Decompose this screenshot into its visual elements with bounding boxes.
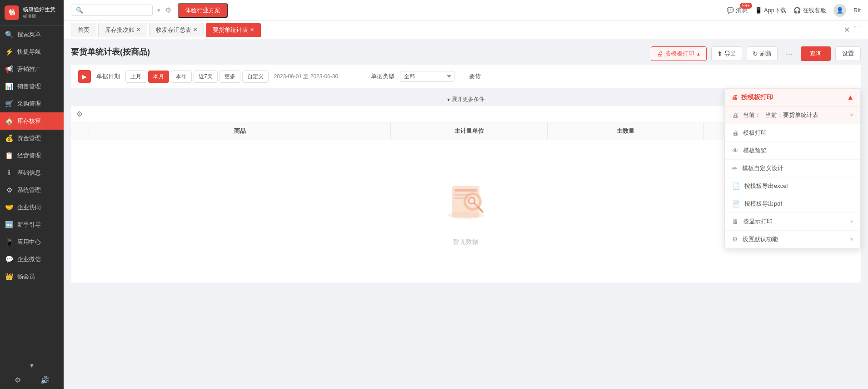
more-options-btn[interactable]: ··· <box>782 47 796 61</box>
tab-home[interactable]: 首页 <box>71 23 96 37</box>
date-btn-本月[interactable]: 本月 <box>148 71 169 83</box>
settings-icon[interactable]: ⚙ <box>15 376 21 384</box>
nav-label-shortcut: 快捷导航 <box>17 48 41 56</box>
empty-illustration <box>439 177 493 231</box>
search-input[interactable] <box>86 7 140 14</box>
tab-batch-account[interactable]: 库存批次账 ✕ <box>98 23 147 37</box>
item-icon-template-print: 🖨 <box>732 129 738 136</box>
trial-btn[interactable]: 体验行业方案 <box>178 3 228 18</box>
sidebar-nav: 🔍 搜索菜单⚡ 快捷导航📢 营销推广📊 销售管理🛒 采购管理🏠 库存核算💰 资金… <box>0 26 64 360</box>
date-options-group: 上月本月本年近7天更多自定义 <box>125 71 269 83</box>
sidebar-item-search[interactable]: 🔍 搜索菜单 <box>0 26 64 43</box>
print-dropdown-close-btn[interactable]: ▲ <box>847 93 854 101</box>
tab-expand-icon[interactable]: ⛶ <box>853 25 861 34</box>
phone-icon: 📱 <box>755 7 762 14</box>
tab-close-collection-summary[interactable]: ✕ <box>193 27 197 33</box>
sidebar-item-system[interactable]: ⚙ 系统管理 <box>0 182 64 199</box>
username: Rit <box>853 7 861 14</box>
tab-close-icon[interactable]: ✕ <box>844 25 850 34</box>
dropdown-item-template-export-pdf[interactable]: 📄 按模板导出pdf <box>725 195 860 213</box>
type-select[interactable]: 全部 <box>400 71 454 82</box>
sidebar-item-basic[interactable]: ℹ 基础信息 <box>0 164 64 182</box>
sidebar-item-newguide[interactable]: 🆕 新手引导 <box>0 216 64 233</box>
online-service-group[interactable]: 🎧 在线客服 <box>793 6 826 15</box>
current-template-item[interactable]: 🖨 当前： 当前：要货单统计表 ▾ <box>725 106 860 124</box>
avatar[interactable]: 👤 <box>833 4 846 17</box>
nav-icon-shortcut: ⚡ <box>5 48 14 56</box>
date-btn-上月[interactable]: 上月 <box>125 71 146 83</box>
nav-icon-purchase: 🛒 <box>5 100 14 108</box>
nav-label-wechat: 企业微信 <box>17 255 41 263</box>
filter-expand-btn[interactable]: ▶ <box>78 70 91 83</box>
print-dropdown-header: 🖨 按模板打印 ▲ <box>725 89 860 106</box>
main-area: 🔍 ▾ ⚙ 体验行业方案 💬 消息 99+ 📱 App下载 🎧 在线客服 👤 R… <box>64 0 868 389</box>
item-label-template-custom: 模板自定义设计 <box>742 164 783 172</box>
dropdown-item-display-print[interactable]: 🖥 按显示打印 ▾ <box>725 213 860 231</box>
online-service-label: 在线客服 <box>803 6 826 15</box>
topbar-dropdown-arrow[interactable]: ▾ <box>157 7 160 14</box>
nav-icon-search: 🔍 <box>5 30 14 39</box>
item-label-template-print: 模板打印 <box>743 129 767 137</box>
topbar-search-box[interactable]: 🔍 <box>71 5 153 16</box>
nav-label-newguide: 新手引导 <box>17 221 41 229</box>
nav-icon-newguide: 🆕 <box>5 221 14 229</box>
nav-icon-system: ⚙ <box>5 186 14 194</box>
date-btn-本年[interactable]: 本年 <box>171 71 192 83</box>
nav-icon-inventory: 🏠 <box>5 117 14 125</box>
filter-bar: ▶ 单据日期 上月本月本年近7天更多自定义 2023-06-01 至 2023-… <box>71 65 861 88</box>
tabs-right-controls: ✕ ⛶ <box>844 25 861 34</box>
export-btn[interactable]: ⬆ 导出 <box>711 46 742 61</box>
sidebar-item-purchase[interactable]: 🛒 采购管理 <box>0 95 64 112</box>
sidebar-item-operation[interactable]: 📋 经营管理 <box>0 147 64 164</box>
topbar-right: 💬 消息 99+ 📱 App下载 🎧 在线客服 👤 Rit <box>727 4 861 17</box>
date-btn-custom[interactable]: 自定义 <box>242 71 269 83</box>
sidebar-item-marketing[interactable]: 📢 营销推广 <box>0 61 64 78</box>
dropdown-item-template-preview[interactable]: 👁 模板预览 <box>725 142 860 160</box>
query-btn[interactable]: 查询 <box>801 46 831 61</box>
date-range-display: 2023-06-01 至 2023-06-30 <box>274 73 338 81</box>
app-download-group[interactable]: 📱 App下载 <box>755 6 786 15</box>
sound-icon[interactable]: 🔊 <box>40 376 50 384</box>
sidebar-item-appcenter[interactable]: 📱 应用中心 <box>0 233 64 251</box>
type-filter-label: 单据类型 <box>371 72 394 81</box>
tab-collection-summary[interactable]: 收发存汇总表 ✕ <box>149 23 204 37</box>
dropdown-item-template-print[interactable]: 🖨 模板打印 <box>725 124 860 142</box>
column-settings-icon[interactable]: ⚙ <box>76 110 83 118</box>
sidebar-item-enterprise[interactable]: 🤝 企业协同 <box>0 199 64 216</box>
sidebar-scroll-down[interactable]: ▼ <box>0 360 64 371</box>
setting-btn[interactable]: 设置 <box>835 46 861 61</box>
item-icon-template-export-pdf: 📄 <box>732 200 740 207</box>
dropdown-item-template-custom[interactable]: ✏ 模板自定义设计 <box>725 160 860 177</box>
export-icon: ⬆ <box>717 50 723 57</box>
item-icon-template-preview: 👁 <box>732 147 738 154</box>
item-arrow-display-print: ▾ <box>850 218 853 225</box>
print-dropdown: 🖨 按模板打印 ▲ 🖨 当前： 当前：要货单统计表 ▾ 🖨 模板打印👁 模板预览… <box>724 88 861 249</box>
messages-group[interactable]: 💬 消息 99+ <box>727 6 748 15</box>
sidebar-item-member[interactable]: 👑 畅会员 <box>0 268 64 285</box>
sidebar-item-inventory[interactable]: 🏠 库存核算 <box>0 112 64 130</box>
item-icon-default-function: ⚙ <box>732 236 738 243</box>
tab-close-batch-account[interactable]: ✕ <box>136 27 140 33</box>
logo-icon: 畅 <box>5 5 19 20</box>
date-btn-近7天[interactable]: 近7天 <box>194 71 218 83</box>
nav-label-member: 畅会员 <box>17 273 35 281</box>
refresh-btn[interactable]: ↻ 刷新 <box>747 46 778 61</box>
sidebar-item-shortcut[interactable]: ⚡ 快捷导航 <box>0 43 64 61</box>
nav-icon-basic: ℹ <box>5 169 14 177</box>
dropdown-item-template-export-excel[interactable]: 📄 按模板导出excel <box>725 177 860 195</box>
tab-order-summary[interactable]: 要货单统计表 ✕ <box>206 23 261 37</box>
messages-badge: 99+ <box>740 3 752 9</box>
print-template-btn[interactable]: 🖨 按模板打印 ▲ <box>651 46 707 61</box>
yaohuodian-label: 要货 <box>469 72 481 81</box>
topbar-gear-icon[interactable]: ⚙ <box>165 6 171 15</box>
sidebar-item-sales[interactable]: 📊 销售管理 <box>0 78 64 95</box>
dropdown-items: 🖨 模板打印👁 模板预览✏ 模板自定义设计📄 按模板导出excel📄 按模板导出… <box>725 124 860 248</box>
nav-label-inventory: 库存核算 <box>17 117 41 125</box>
sidebar-item-wechat[interactable]: 💬 企业微信 <box>0 251 64 268</box>
sidebar-item-finance[interactable]: 💰 资金管理 <box>0 130 64 147</box>
dropdown-item-default-function[interactable]: ⚙ 设置默认功能 ▾ <box>725 231 860 248</box>
date-btn-更多[interactable]: 更多 <box>219 71 240 83</box>
tab-close-order-summary[interactable]: ✕ <box>250 27 254 33</box>
nav-icon-marketing: 📢 <box>5 65 14 73</box>
logo-text: 畅康通好生意 标准版 <box>23 6 55 20</box>
